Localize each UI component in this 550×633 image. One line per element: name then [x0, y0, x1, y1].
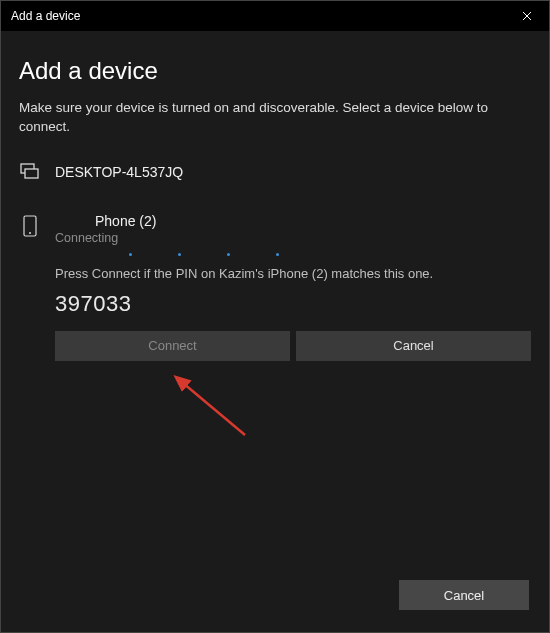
cancel-pair-button[interactable]: Cancel — [296, 331, 531, 361]
close-icon — [522, 11, 532, 21]
svg-line-4 — [183, 383, 245, 435]
svg-rect-1 — [25, 169, 38, 178]
footer-cancel-button[interactable]: Cancel — [399, 580, 529, 610]
annotation-arrow — [173, 369, 263, 449]
phone-info: Phone (2) Connecting — [55, 213, 156, 245]
phone-status: Connecting — [55, 231, 156, 245]
close-button[interactable] — [505, 1, 549, 31]
device-item-phone: Phone (2) Connecting Press Connect if th… — [19, 213, 531, 361]
page-title: Add a device — [19, 57, 531, 85]
connect-button[interactable]: Connect — [55, 331, 290, 361]
dialog-footer: Cancel — [399, 580, 529, 610]
page-subtext: Make sure your device is turned on and d… — [19, 99, 531, 137]
pin-code: 397033 — [55, 291, 531, 317]
pairing-buttons: Connect Cancel — [55, 331, 531, 361]
device-label: DESKTOP-4L537JQ — [55, 164, 183, 180]
phone-name: Phone (2) — [55, 213, 156, 229]
svg-point-3 — [29, 232, 31, 234]
titlebar: Add a device — [1, 1, 549, 31]
pin-instruction: Press Connect if the PIN on Kazim's iPho… — [55, 266, 531, 281]
phone-icon — [19, 215, 41, 237]
dialog-content: Add a device Make sure your device is tu… — [1, 31, 549, 361]
add-device-dialog: Add a device Add a device Make sure your… — [0, 0, 550, 633]
device-item-desktop[interactable]: DESKTOP-4L537JQ — [19, 159, 531, 185]
desktop-icon — [19, 163, 41, 181]
progress-dots — [129, 253, 531, 256]
titlebar-title: Add a device — [11, 9, 80, 23]
